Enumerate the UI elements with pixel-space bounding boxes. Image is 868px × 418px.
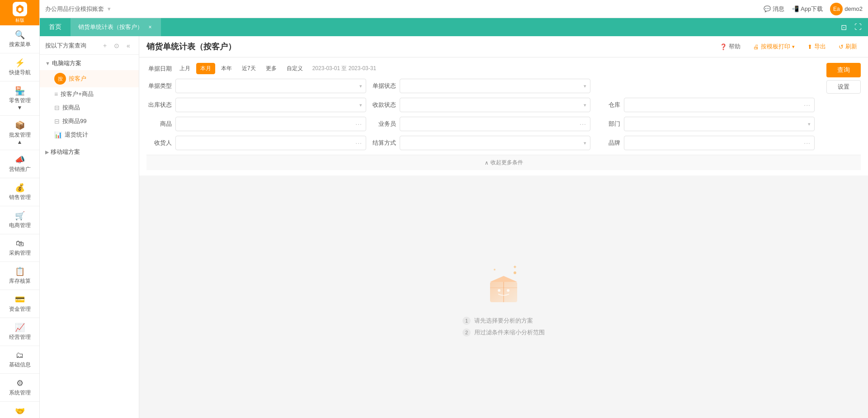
search-icon: 🔍: [15, 30, 25, 40]
tree-parent-mobile[interactable]: ▶ 移动端方案: [40, 145, 139, 159]
tree-child-return-stats[interactable]: 📊 退货统计: [40, 128, 139, 142]
sidebar-item-ecommerce[interactable]: 🛒 电商管理: [0, 206, 39, 234]
sidebar-item-purchase[interactable]: 🛍 采购管理: [0, 234, 39, 262]
salesperson-control[interactable]: ···: [400, 117, 590, 131]
tree-child-customer-goods[interactable]: ≡ 按客户+商品: [40, 87, 139, 101]
query-button[interactable]: 查询: [826, 63, 861, 77]
settlement-arrow: ▾: [584, 140, 586, 146]
date-btn-this-month[interactable]: 本月: [196, 63, 215, 74]
brand-control[interactable]: ···: [624, 136, 815, 150]
filter-row-1: 单据类型 ▾ 单据状态 ▾: [146, 79, 815, 93]
left-panel: 按以下方案查询 ＋ ⊙ « ▼ 电脑端方案 按 按客户 ≡ 按客: [40, 36, 139, 418]
help-button[interactable]: ❓ 帮助: [716, 41, 744, 52]
date-btn-last-month[interactable]: 上月: [175, 63, 194, 74]
tabbar-actions: ⊡ ⛶: [834, 18, 868, 36]
left-panel-add-button[interactable]: ＋: [100, 41, 110, 51]
tree-parent-desktop[interactable]: ▼ 电脑端方案: [40, 57, 139, 70]
goods-label: 商品: [146, 120, 172, 128]
left-panel-collapse-button[interactable]: «: [123, 41, 133, 51]
department-label: 部门: [595, 120, 620, 128]
tab-restore-button[interactable]: ⊡: [837, 21, 850, 33]
settlement-control[interactable]: ▾: [400, 136, 590, 150]
sidebar-item-wholesale[interactable]: 📦 批发管理 ▲: [0, 116, 39, 150]
export-button[interactable]: ⬆ 导出: [804, 41, 830, 52]
retail-chevron: ▼: [17, 104, 23, 111]
date-shortcuts: 上月 本月 本年 近7天 更多 自定义: [175, 63, 307, 74]
tree-chevron-mobile: ▶: [45, 149, 49, 155]
shortcut-icon: ⚡: [15, 58, 25, 68]
message-icon: 💬: [764, 5, 771, 12]
export-icon: ⬆: [807, 43, 812, 50]
receiver-label: 收货人: [146, 139, 172, 147]
tree-child-by-goods[interactable]: ⊟ 按商品: [40, 101, 139, 114]
left-panel-settings-button[interactable]: ⊙: [112, 41, 122, 51]
refresh-button[interactable]: ↺ 刷新: [835, 41, 861, 52]
main-area: 办公用品行业模拟账套 ▾ 💬 消息 📲 App下载 Ea demo2 首页: [40, 0, 868, 418]
department-control[interactable]: ▾: [624, 117, 815, 131]
basic-icon: 🗂: [16, 351, 24, 360]
date-btn-this-year[interactable]: 本年: [217, 63, 236, 74]
goods-dots: ···: [355, 120, 362, 128]
date-btn-more[interactable]: 更多: [262, 63, 281, 74]
topbar-dropdown-icon[interactable]: ▾: [108, 5, 111, 12]
sidebar-item-operations[interactable]: 📈 经营管理: [0, 318, 39, 346]
paymentstatus-control[interactable]: ▾: [400, 98, 590, 112]
svg-point-8: [507, 289, 509, 292]
tab-home[interactable]: 首页: [40, 18, 71, 36]
print-button[interactable]: 🖨 按模板打印 ▾: [750, 41, 798, 52]
sidebar-item-system[interactable]: ⚙ 系统管理: [0, 374, 39, 402]
sidebar-item-inventory[interactable]: 📋 库存核算: [0, 262, 39, 290]
docstatus-control[interactable]: ▾: [400, 79, 590, 93]
tab-maximize-button[interactable]: ⛶: [852, 21, 864, 33]
sidebar-tagline: 标版: [15, 17, 24, 24]
sidebar-item-enterprise[interactable]: 🤝 企业协同: [0, 402, 39, 418]
date-btn-7days[interactable]: 近7天: [238, 63, 260, 74]
filter-grid: 单据日期 上月 本月 本年 近7天 更多 自定义 2023-03-01 至 20…: [146, 63, 815, 155]
goods-control[interactable]: ···: [175, 117, 366, 131]
filter-item-department: 部门 ▾: [595, 117, 815, 131]
filter-item-docstatus: 单据状态 ▾: [371, 79, 590, 93]
paymentstatus-arrow: ▾: [584, 102, 586, 108]
return-stats-icon: 📊: [54, 131, 62, 138]
left-panel-title: 按以下方案查询: [45, 42, 97, 50]
customer-goods-icon: ≡: [54, 90, 58, 98]
tab-active[interactable]: 销货单统计表（按客户） ×: [71, 18, 161, 36]
topbar-message[interactable]: 💬 消息: [764, 5, 784, 13]
topbar: 办公用品行业模拟账套 ▾ 💬 消息 📲 App下载 Ea demo2: [40, 0, 868, 18]
topbar-app-download[interactable]: 📲 App下载: [792, 5, 823, 13]
sidebar-item-sales[interactable]: 💰 销售管理: [0, 178, 39, 206]
collapse-bar[interactable]: ∧ 收起更多条件: [146, 155, 861, 170]
tree-chevron-desktop: ▼: [45, 61, 50, 66]
tree-child-by-goods-99[interactable]: ⊟ 按商品99: [40, 114, 139, 128]
receiver-control[interactable]: ···: [175, 136, 366, 150]
purchase-icon: 🛍: [16, 239, 24, 248]
page-title: 销货单统计表（按客户）: [146, 41, 236, 52]
warehouse-control[interactable]: ···: [624, 98, 815, 112]
topbar-user[interactable]: Ea demo2: [830, 3, 863, 15]
salesperson-dots: ···: [580, 120, 586, 128]
enterprise-icon: 🤝: [15, 406, 25, 416]
inventory-icon: 📋: [15, 266, 25, 276]
date-btn-custom[interactable]: 自定义: [283, 63, 307, 74]
doctype-control[interactable]: ▾: [175, 79, 366, 93]
filter-main: 单据日期 上月 本月 本年 近7天 更多 自定义 2023-03-01 至 20…: [146, 63, 861, 155]
sidebar-item-retail[interactable]: 🏪 零售管理 ▼: [0, 81, 39, 116]
stockstatus-control[interactable]: ▾: [175, 98, 366, 112]
sidebar-item-marketing[interactable]: 📣 营销推广: [0, 150, 39, 178]
settings-button[interactable]: 设置: [826, 80, 861, 94]
receiver-dots: ···: [355, 139, 362, 147]
tab-close-button[interactable]: ×: [146, 24, 154, 31]
svg-point-3: [514, 271, 516, 274]
sidebar-item-shortcut[interactable]: ⚡ 快捷导航: [0, 53, 39, 81]
tree-group-desktop: ▼ 电脑端方案 按 按客户 ≡ 按客户+商品 ⊟ 按商品 ⊟ 按商品99: [40, 55, 139, 143]
empty-tip-1: 1 请先选择要分析的方案: [462, 317, 545, 325]
tip-num-1: 1: [462, 317, 471, 325]
sidebar-item-finance[interactable]: 💳 资金管理: [0, 290, 39, 318]
sidebar: 标版 🔍 搜索菜单 ⚡ 快捷导航 🏪 零售管理 ▼ 📦 批发管理 ▲ 📣 营销推…: [0, 0, 40, 418]
filter-item-goods: 商品 ···: [146, 117, 366, 131]
sidebar-item-basic[interactable]: 🗂 基础信息: [0, 346, 39, 374]
empty-tip-2: 2 用过滤条件来缩小分析范围: [462, 328, 545, 337]
tree-child-by-customer[interactable]: 按 按客户: [40, 70, 139, 87]
sidebar-item-search[interactable]: 🔍 搜索菜单: [0, 25, 39, 53]
filter-item-paymentstatus: 收款状态 ▾: [371, 98, 590, 112]
